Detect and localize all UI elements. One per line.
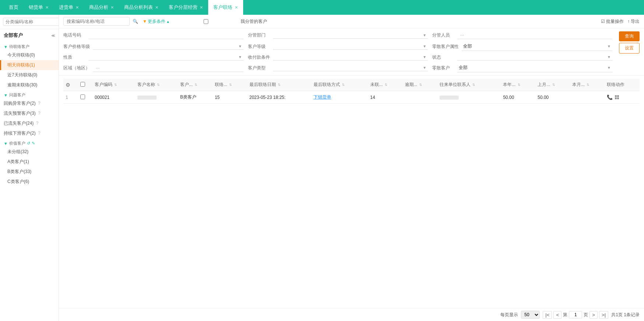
- sidebar-item-tomorrow-contact[interactable]: 明天待联络(1): [0, 60, 59, 70]
- next-page-btn[interactable]: >: [589, 311, 598, 319]
- set-button[interactable]: 设置: [619, 43, 640, 54]
- phone-input[interactable]: [88, 31, 244, 39]
- nav-product-analysis[interactable]: 商品分析 ✕: [84, 0, 119, 15]
- page-number-input[interactable]: [569, 311, 582, 318]
- manager-dots: ···: [460, 32, 464, 38]
- table-row: 1 000021 Ea B类客户 15 2023-05-23 18:25: 下销…: [63, 91, 640, 104]
- payment-select[interactable]: ▼: [273, 54, 428, 61]
- scatter-attr-label: 零散客户属性: [432, 44, 459, 50]
- batch-op-btn[interactable]: ☑ 批量操作: [601, 18, 624, 25]
- sort-code-icon[interactable]: ⇅: [114, 83, 117, 87]
- sort-last-date-icon[interactable]: ⇅: [278, 83, 281, 87]
- filter-dept: 分管部门 ▼: [248, 32, 428, 39]
- scatter-attr-select[interactable]: 全部 ▼: [462, 42, 612, 51]
- close-product-analysis[interactable]: ✕: [111, 5, 114, 10]
- sidebar-search-input[interactable]: [3, 18, 59, 26]
- sort-type-icon[interactable]: ⇅: [195, 83, 197, 87]
- customer-type-label: 客户类型: [248, 65, 270, 71]
- main-search-input[interactable]: [63, 17, 130, 26]
- sort-last-month-icon[interactable]: ⇅: [552, 83, 555, 87]
- select-all-checkbox[interactable]: [80, 82, 85, 87]
- customer-table: ⚙ 客户编码 ⇅ 客户名称 ⇅: [63, 79, 640, 104]
- sidebar-item-today-contact[interactable]: 今天待联络(0): [0, 50, 59, 60]
- query-button[interactable]: 查询: [619, 31, 640, 41]
- close-sales-order[interactable]: ✕: [45, 5, 49, 10]
- advanced-filter-panel: 电话号码 分管部门 ▼ 分管人员: [59, 28, 644, 76]
- sidebar-item-overdue-contact[interactable]: 逾期未联络(30): [0, 80, 59, 90]
- sidebar-item-churn-warning[interactable]: 流失预警客户(3) ?: [0, 108, 59, 118]
- sidebar-all-customers[interactable]: 全部客户 ≪: [0, 29, 59, 42]
- sidebar-item-declining[interactable]: 持续下滑客户(2) ?: [0, 128, 59, 138]
- sidebar-item-repurchase-abnormal[interactable]: 回购异常客户(2) ?: [0, 99, 59, 108]
- status-select[interactable]: ▼: [457, 54, 612, 61]
- manager-select[interactable]: ···: [457, 31, 612, 39]
- sort-not-contacted-icon[interactable]: ⇅: [385, 83, 388, 87]
- col-overdue: 逾期... ⇅: [403, 79, 437, 91]
- price-level-select[interactable]: ▼: [93, 43, 244, 50]
- main-search-icon[interactable]: 🔍: [133, 19, 138, 24]
- sidebar-item-class-a[interactable]: A类客户(1): [0, 157, 59, 167]
- triangle-icon-3: ▼: [4, 141, 8, 146]
- close-product-analysis-list[interactable]: ✕: [155, 5, 158, 10]
- row-contact-person: Ea: [437, 91, 501, 104]
- sort-overdue-icon[interactable]: ⇅: [419, 83, 422, 87]
- main-layout: 🔍 全部客户 ≪ ▼ 待联络客户 今天待联络(0) 明天待联络(1) 近7天待联…: [0, 15, 644, 321]
- page-label: 第: [563, 312, 567, 318]
- close-customer-layering[interactable]: ✕: [200, 5, 203, 10]
- sort-last-method-icon[interactable]: ⇅: [342, 83, 345, 87]
- my-customer-checkbox[interactable]: [173, 19, 239, 24]
- sidebar-item-7days-contact[interactable]: 近7天待联络(0): [0, 70, 59, 80]
- filter-price-level: 客户价格等级 ▼: [63, 43, 244, 50]
- nav-product-analysis-list[interactable]: 商品分析列表 ✕: [119, 0, 164, 15]
- sort-this-month-icon[interactable]: ⇅: [587, 83, 589, 87]
- total-records: 共1页 1条记录: [611, 312, 640, 318]
- sort-this-year-icon[interactable]: ⇅: [518, 83, 521, 87]
- scatter-customer-select[interactable]: 全部 ▼: [457, 63, 612, 72]
- per-page-select[interactable]: 50 100 200: [521, 311, 540, 319]
- nav-home[interactable]: 首页: [4, 0, 24, 15]
- first-page-btn[interactable]: |<: [543, 311, 552, 319]
- customer-type-select[interactable]: ▼: [273, 65, 428, 71]
- nav-sales-order[interactable]: 销货单 ✕: [24, 0, 54, 15]
- grid-menu-icon[interactable]: [615, 95, 619, 99]
- group-value-customers: ▼ 价值客户 ↺ ✎: [0, 138, 59, 147]
- col-contact-person: 往来单位联系人 ⇅: [437, 79, 501, 91]
- nav-customer-layering[interactable]: 客户分层经营 ✕: [164, 0, 208, 15]
- nav-customer-contact[interactable]: 客户联络 ✕: [208, 0, 243, 15]
- export-btn[interactable]: ↑ 导出: [627, 18, 640, 25]
- sort-name-icon[interactable]: ⇅: [157, 83, 160, 87]
- sort-contact-person-icon[interactable]: ⇅: [472, 83, 475, 87]
- refresh-icon[interactable]: ↺: [27, 141, 30, 146]
- col-code: 客户编码 ⇅: [92, 79, 135, 91]
- more-filter-btn[interactable]: ▼ 更多条件 ▲: [143, 18, 170, 25]
- row-code: 000021: [92, 91, 135, 104]
- info-icon-4: ?: [38, 131, 41, 136]
- info-icon-2: ?: [38, 111, 41, 116]
- customer-level-select[interactable]: ▼: [273, 43, 428, 50]
- dept-select[interactable]: ▼: [273, 32, 428, 39]
- customer-level-arrow: ▼: [423, 44, 426, 48]
- sidebar-item-class-b[interactable]: B类客户(33): [0, 167, 59, 177]
- call-icon[interactable]: 📞: [607, 94, 613, 100]
- filter-icon: ▼: [143, 19, 147, 24]
- sidebar-item-class-c[interactable]: C类客户(6): [0, 177, 59, 187]
- sidebar-item-churned[interactable]: 已流失客户(24) ?: [0, 118, 59, 128]
- close-purchase-order[interactable]: ✕: [76, 5, 79, 10]
- row-contact-count: 15: [213, 91, 247, 104]
- sidebar-item-ungrouped[interactable]: 未分组(32): [0, 147, 59, 157]
- collapse-icon: ≪: [51, 34, 55, 38]
- col-last-method: 最后联络方式 ⇅: [311, 79, 368, 91]
- table-settings-icon[interactable]: ⚙: [66, 82, 70, 88]
- row-type: B类客户: [178, 91, 213, 104]
- nature-select[interactable]: ▼: [88, 54, 244, 61]
- sort-contact-icon[interactable]: ⇅: [229, 83, 232, 87]
- row-checkbox[interactable]: [80, 94, 85, 99]
- prev-page-btn[interactable]: <: [553, 311, 561, 319]
- region-select[interactable]: ···: [93, 64, 244, 72]
- page-unit: 页: [584, 312, 588, 318]
- last-page-btn[interactable]: >|: [599, 311, 608, 319]
- edit-icon[interactable]: ✎: [32, 141, 35, 146]
- last-method-link[interactable]: 下销货单: [314, 94, 331, 100]
- close-customer-contact[interactable]: ✕: [235, 5, 238, 10]
- nav-purchase-order[interactable]: 进货单 ✕: [54, 0, 84, 15]
